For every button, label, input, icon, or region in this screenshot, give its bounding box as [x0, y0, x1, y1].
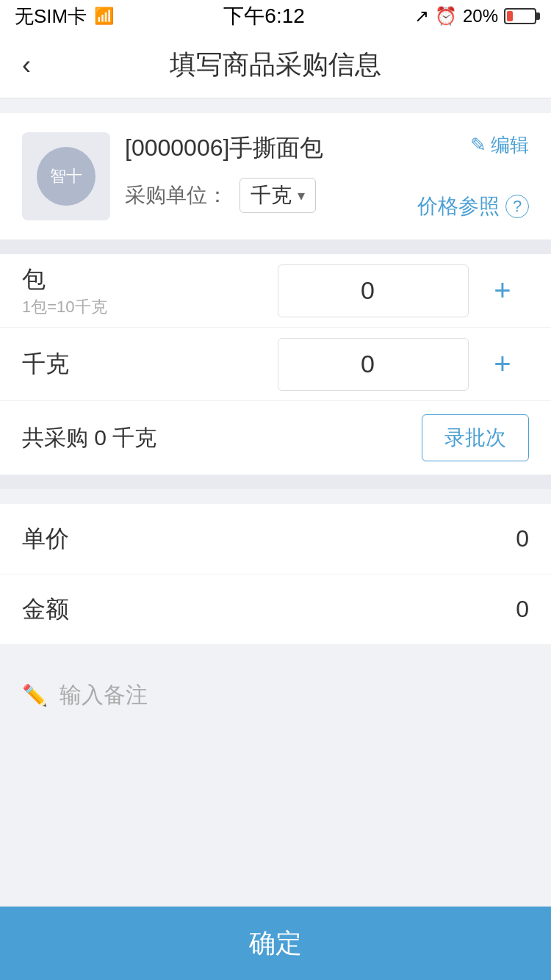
pencil-icon: ✏️: [22, 683, 48, 707]
location-icon: ↗: [414, 6, 429, 26]
bag-label-sub: 1包=10千克: [22, 296, 154, 318]
wifi-icon: 📶: [94, 7, 114, 26]
edit-label: 编辑: [491, 132, 529, 158]
summary-text: 共采购 0 千克: [22, 423, 422, 453]
bottom-padding: [0, 833, 551, 907]
back-button[interactable]: ‹: [22, 50, 31, 81]
status-bar: 无SIM卡 📶 下午6:12 ↗ ⏰ 20%: [0, 0, 551, 32]
amount-row: 金额 0: [0, 574, 551, 645]
bag-plus-button[interactable]: +: [476, 264, 529, 317]
unit-label: 采购单位：: [125, 181, 228, 209]
unit-price-label: 单价: [22, 523, 516, 555]
content-area: 智十 [0000006]手撕面包 采购单位： 千克 ▾ ✎ 编辑 价格参照 ?: [0, 98, 551, 907]
battery-percent: 20%: [463, 6, 498, 26]
unit-price-value: 0: [516, 525, 529, 552]
divider-1: [0, 239, 551, 254]
kg-label: 千克: [22, 348, 154, 381]
bag-label-main: 包: [22, 264, 154, 296]
note-placeholder: 输入备注: [60, 680, 148, 710]
bag-label: 包 1包=10千克: [22, 264, 154, 318]
chevron-down-icon: ▾: [298, 187, 305, 204]
status-carrier: 无SIM卡 📶: [15, 4, 114, 29]
kg-label-main: 千克: [22, 348, 154, 381]
product-card: 智十 [0000006]手撕面包 采购单位： 千克 ▾ ✎ 编辑 价格参照 ?: [0, 113, 551, 239]
price-ref-label: 价格参照: [417, 192, 500, 220]
quantity-section: 包 1包=10千克 + 千克 +: [0, 254, 551, 401]
product-logo-text: 智十: [50, 165, 82, 187]
confirm-button[interactable]: 确定: [249, 926, 302, 962]
unit-price-row: 单价 0: [0, 504, 551, 574]
help-icon: ?: [505, 195, 529, 218]
amount-value: 0: [516, 596, 529, 623]
unit-value: 千克: [251, 181, 292, 209]
page-title: 填写商品采购信息: [170, 47, 381, 83]
price-ref-button[interactable]: 价格参照 ?: [417, 192, 529, 220]
bag-input-right: +: [154, 264, 529, 317]
alarm-icon: ⏰: [435, 6, 457, 26]
note-section[interactable]: ✏️ 输入备注: [0, 660, 551, 731]
bag-quantity-row: 包 1包=10千克 +: [0, 254, 551, 328]
batch-button[interactable]: 录批次: [422, 414, 529, 461]
edit-icon: ✎: [470, 134, 486, 156]
summary-value: 0: [94, 425, 112, 450]
content-spacer: [0, 731, 551, 833]
kg-input-right: +: [154, 338, 529, 391]
status-time: 下午6:12: [223, 2, 305, 30]
product-name: [0000006]手撕面包: [125, 132, 529, 165]
summary-unit: 千克: [112, 425, 156, 450]
summary-prefix: 共采购: [22, 425, 88, 450]
bag-quantity-input[interactable]: [278, 264, 469, 317]
divider-2: [0, 475, 551, 489]
edit-button[interactable]: ✎ 编辑: [470, 132, 529, 158]
confirm-bar[interactable]: 确定: [0, 907, 551, 980]
amount-label: 金额: [22, 594, 516, 626]
product-image: 智十: [22, 132, 110, 220]
nav-bar: ‹ 填写商品采购信息: [0, 32, 551, 98]
carrier-text: 无SIM卡: [15, 4, 87, 29]
battery-icon: [504, 8, 536, 24]
product-logo: 智十: [37, 147, 96, 206]
price-section: 单价 0 金额 0: [0, 504, 551, 645]
kg-plus-button[interactable]: +: [476, 338, 529, 391]
summary-row: 共采购 0 千克 录批次: [0, 401, 551, 475]
kg-quantity-row: 千克 +: [0, 328, 551, 401]
kg-quantity-input[interactable]: [278, 338, 469, 391]
unit-select[interactable]: 千克 ▾: [240, 178, 316, 213]
status-right: ↗ ⏰ 20%: [414, 6, 536, 26]
